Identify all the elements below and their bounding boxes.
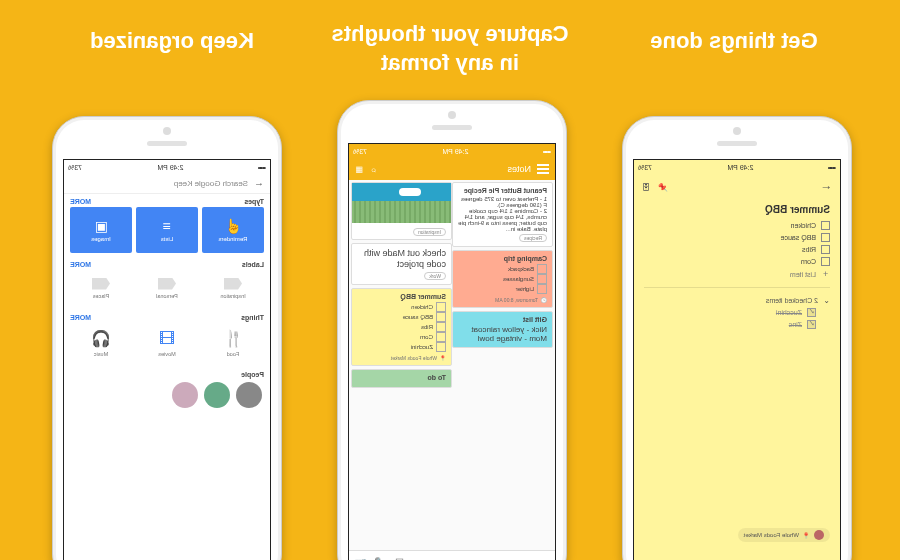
screen-note-detail: ••••• 2:49 PM 73% ← 📌 🗄 Summer BBQ Chick… [633, 159, 841, 560]
note-card-gift[interactable]: Gift list Nick - yellow raincoat Mom - v… [452, 311, 553, 348]
layout-icon[interactable]: ▦ [355, 165, 363, 174]
avatar[interactable] [236, 382, 262, 408]
checked-icon[interactable] [807, 308, 816, 317]
status-bar: ••••• 2:49 PM 73% [349, 144, 555, 158]
checked-toggle[interactable]: ⌄2 Checked items [644, 296, 830, 305]
music-icon: 🎧 [91, 329, 111, 348]
screen-notes: ••••• 2:49 PM 73% Notes ⌕ ▦ Peanut Butte… [348, 143, 556, 560]
tag-icon [158, 278, 176, 290]
heading-organized: Keep organized [42, 28, 302, 54]
location-chip[interactable]: 📍 Whole Foods Market [738, 528, 830, 542]
search-row[interactable]: ← Search Google Keep [64, 174, 270, 194]
status-battery: 73% [68, 164, 82, 171]
back-arrow-icon[interactable]: ← [820, 180, 832, 194]
checklist-item[interactable]: Chicken [644, 221, 830, 230]
status-time: 2:49 PM [157, 164, 183, 171]
section-things-header: Things MORE [64, 310, 270, 323]
phone-note-detail: ••••• 2:49 PM 73% ← 📌 🗄 Summer BBQ Chick… [622, 116, 852, 560]
status-bar: ••••• 2:49 PM 73% [64, 160, 270, 174]
add-item-row[interactable]: +List item [644, 269, 830, 279]
back-arrow-icon[interactable]: ← [254, 178, 264, 189]
clock-icon: 🕗 [541, 297, 547, 303]
notes-col-left: Peanut Butter Pie Recipe 1 - Preheat ove… [452, 182, 553, 351]
status-battery: 73% [353, 148, 367, 155]
checked-icon[interactable] [807, 320, 816, 329]
note-card-todo[interactable]: To do [351, 369, 452, 388]
tag-icon [92, 278, 110, 290]
photo-thumb [352, 183, 451, 223]
notes-col-right: Inspiration check out Made with code pro… [351, 182, 452, 391]
images-icon: ▣ [95, 219, 108, 233]
status-battery: 73% [638, 164, 652, 171]
pin-icon: 📍 [440, 355, 446, 361]
checklist-item[interactable]: BBQ sauce [644, 233, 830, 242]
section-title: Things [241, 314, 264, 321]
checkbox-icon[interactable] [821, 221, 830, 230]
screen-organized: ••••• 2:49 PM 73% ← Search Google Keep T… [63, 159, 271, 560]
label-chip: Recipes [519, 234, 547, 242]
note-card-code[interactable]: check out Made with code project Work [351, 243, 452, 285]
plus-icon: + [821, 269, 830, 279]
pin-icon[interactable]: 📌 [658, 183, 668, 192]
tile-reminders[interactable]: ☝Reminders [202, 207, 264, 253]
more-link[interactable]: MORE [70, 261, 91, 268]
phone-notes: ••••• 2:49 PM 73% Notes ⌕ ▦ Peanut Butte… [337, 100, 567, 560]
checkbox-icon[interactable] [821, 233, 830, 242]
tile-lists[interactable]: ≡Lists [136, 207, 198, 253]
things-row: 🍴Food 🎞Movies 🎧Music [64, 323, 270, 367]
app-title: Notes [507, 164, 531, 174]
more-link[interactable]: MORE [70, 314, 91, 321]
label-inspiration[interactable]: Inspiration [202, 270, 264, 306]
note-bottom-bar: ＋ Edited 1:36 PM ⋮ [634, 552, 840, 560]
chevron-down-icon: ⌄ [823, 296, 830, 305]
heading-capture: Capture your thoughts in any format [320, 20, 580, 77]
search-icon[interactable]: ⌕ [371, 165, 376, 174]
avatar [814, 530, 824, 540]
tile-images[interactable]: ▣Images [70, 207, 132, 253]
types-row: ☝Reminders ≡Lists ▣Images [64, 207, 270, 257]
location-chip: 📍Whole Foods Market [357, 355, 446, 361]
notes-grid: Peanut Butter Pie Recipe 1 - Preheat ove… [349, 180, 555, 550]
label-places[interactable]: Places [70, 270, 132, 306]
menu-icon[interactable] [537, 168, 549, 170]
thing-movies[interactable]: 🎞Movies [136, 323, 198, 363]
people-row [64, 380, 270, 410]
labels-row: Inspiration Personal Places [64, 270, 270, 310]
status-time: 2:49 PM [727, 164, 753, 171]
checked-item[interactable]: Zinc [644, 320, 816, 329]
checked-item[interactable]: Zucchini [644, 308, 816, 317]
note-toolbar: ← 📌 🗄 [634, 174, 840, 200]
avatar[interactable] [204, 382, 230, 408]
note-card-photo[interactable]: Inspiration [351, 182, 452, 240]
more-link[interactable]: MORE [70, 198, 91, 205]
phone-organized: ••••• 2:49 PM 73% ← Search Google Keep T… [52, 116, 282, 560]
section-title: People [241, 371, 264, 378]
section-title: Labels [242, 261, 264, 268]
status-time: 2:49 PM [442, 148, 468, 155]
note-title[interactable]: Summer BBQ [644, 204, 830, 215]
tag-icon [224, 278, 242, 290]
movies-icon: 🎞 [159, 330, 175, 348]
label-chip: Inspiration [413, 228, 446, 236]
compose-bar[interactable]: Take a note... ☑ 🎤 📷 [349, 550, 555, 560]
signal-icon: ••••• [259, 164, 266, 171]
divider [644, 287, 830, 288]
thing-music[interactable]: 🎧Music [70, 323, 132, 363]
note-card-bbq[interactable]: Summer BBQ Chicken BBQ sauce Ribs Corn Z… [351, 288, 452, 366]
avatar[interactable] [172, 382, 198, 408]
checkbox-icon[interactable] [821, 257, 830, 266]
reminder-icon: ☝ [225, 219, 242, 233]
signal-icon: ••••• [829, 164, 836, 171]
add-icon[interactable]: ＋ [821, 556, 832, 561]
note-card-camping[interactable]: Camping trip Backpack Sunglasses Lighter… [452, 250, 553, 308]
thing-food[interactable]: 🍴Food [202, 323, 264, 363]
checkbox-icon[interactable] [821, 245, 830, 254]
status-bar: ••••• 2:49 PM 73% [634, 160, 840, 174]
archive-icon[interactable]: 🗄 [642, 183, 650, 192]
section-people-header: People [64, 367, 270, 380]
pin-icon: 📍 [803, 532, 810, 539]
note-card-recipe[interactable]: Peanut Butter Pie Recipe 1 - Preheat ove… [452, 182, 553, 247]
label-personal[interactable]: Personal [136, 270, 198, 306]
checklist-item[interactable]: Ribs [644, 245, 830, 254]
checklist-item[interactable]: Corn [644, 257, 830, 266]
